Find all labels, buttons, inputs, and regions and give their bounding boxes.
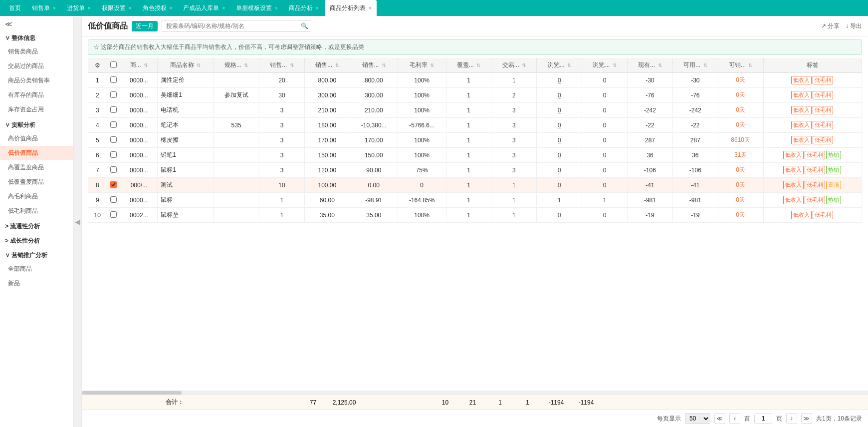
th-margin-rate[interactable]: 毛利率 ⇅: [398, 58, 446, 73]
export-button[interactable]: ↓ 导出: [846, 22, 862, 30]
table-wrap[interactable]: ⚙ 商... ⇅ 商品名称 ⇅ 规格... ⇅ 销售... ⇅ 销售... ⇅ …: [82, 58, 868, 391]
next-page-btn[interactable]: ›: [786, 413, 797, 424]
browse-link[interactable]: 0: [558, 107, 561, 114]
th-trade[interactable]: 交易... ⇅: [491, 58, 537, 73]
th-browse2[interactable]: 浏览... ⇅: [582, 58, 628, 73]
row-col7: 170.00: [350, 133, 398, 148]
sidebar-item-new-goods[interactable]: 新品: [0, 276, 73, 291]
sidebar-item-low-margin[interactable]: 低毛利商品: [0, 204, 73, 218]
row-checkbox[interactable]: [110, 166, 117, 173]
close-icon[interactable]: ×: [170, 5, 173, 11]
close-icon[interactable]: ×: [369, 5, 372, 11]
browse-link[interactable]: 0: [558, 167, 561, 174]
tag-label: 低收入: [783, 151, 804, 159]
nav-template[interactable]: 单据模板设置 ×: [231, 0, 283, 16]
browse-link[interactable]: 1: [558, 197, 561, 204]
row-col14: -242: [672, 103, 718, 118]
browse-link[interactable]: 0: [558, 212, 561, 219]
th-browse1[interactable]: 浏览... ⇅: [537, 58, 582, 73]
sidebar-item-low-coverage[interactable]: 低覆盖度商品: [0, 175, 73, 189]
sidebar-collapse-btn[interactable]: ≪: [0, 16, 73, 30]
nav-roles[interactable]: 角色授权 ×: [138, 0, 178, 16]
nav-analysis[interactable]: 商品分析 ×: [284, 0, 324, 16]
sidebar-item-stock-goods[interactable]: 有库存的商品: [0, 88, 73, 102]
row-checkbox[interactable]: [110, 196, 117, 203]
sidebar-item-traded-goods[interactable]: 交易过的商品: [0, 59, 73, 73]
row-checkbox[interactable]: [110, 121, 117, 128]
close-icon[interactable]: ×: [88, 5, 91, 11]
sidebar-group-flow[interactable]: > 流通性分析: [0, 218, 73, 233]
row-code: 0000...: [120, 193, 158, 208]
sidebar-item-all-goods[interactable]: 全部商品: [0, 262, 73, 276]
th-tags: 标签: [763, 58, 862, 73]
browse-link[interactable]: 0: [558, 137, 561, 144]
sidebar-collapse-arrow[interactable]: ◀: [74, 16, 82, 427]
th-coverage[interactable]: 覆盖... ⇅: [446, 58, 491, 73]
row-col10: 1: [491, 208, 537, 223]
tag-label: 低毛利: [805, 166, 825, 174]
nav-sales[interactable]: 销售单 ×: [27, 0, 61, 16]
browse-link[interactable]: 0: [558, 77, 561, 84]
sidebar-item-high-value[interactable]: 高价值商品: [0, 131, 73, 146]
th-sales1[interactable]: 销售... ⇅: [259, 58, 305, 73]
scrollbar-thumb[interactable]: [82, 391, 182, 395]
close-icon[interactable]: ×: [53, 5, 56, 11]
th-settings[interactable]: ⚙: [88, 58, 107, 73]
row-checkbox[interactable]: [110, 136, 117, 143]
th-sales3[interactable]: 销售... ⇅: [350, 58, 398, 73]
horizontal-scrollbar[interactable]: [82, 391, 868, 395]
sidebar-item-high-coverage[interactable]: 高覆盖度商品: [0, 160, 73, 175]
sidebar-group-growth[interactable]: > 成长性分析: [0, 233, 73, 247]
row-col14: -41: [672, 178, 718, 193]
th-spec[interactable]: 规格... ⇅: [214, 58, 259, 73]
browse-link[interactable]: 0: [558, 152, 561, 159]
sidebar-item-low-value[interactable]: 低价值商品: [0, 146, 73, 160]
time-filter-btn[interactable]: 近一月: [132, 21, 158, 31]
select-all-checkbox[interactable]: [110, 61, 117, 68]
last-page-btn[interactable]: ≫: [801, 413, 812, 424]
row-checkbox[interactable]: [110, 211, 117, 218]
nav-permissions[interactable]: 权限设置 ×: [97, 0, 137, 16]
search-icon[interactable]: 🔍: [301, 22, 308, 29]
page-size-select[interactable]: 50 100 200: [685, 413, 710, 424]
sidebar-item-category-rate[interactable]: 商品分类销售率: [0, 73, 73, 88]
th-available[interactable]: 可用... ⇅: [672, 58, 718, 73]
nav-products[interactable]: 产成品入库单 ×: [178, 0, 230, 16]
row-checkbox-cell: [107, 118, 120, 133]
table-row: 5 0000... 橡皮擦 3 170.00 170.00 100% 1 3 0…: [88, 133, 862, 148]
close-icon[interactable]: ×: [316, 5, 319, 11]
first-page-btn[interactable]: ≪: [714, 413, 725, 424]
sidebar-item-stock-capital[interactable]: 库存资金占用: [0, 102, 73, 117]
browse-link[interactable]: 0: [558, 92, 561, 99]
row-name: 电话机: [158, 103, 214, 118]
close-icon[interactable]: ×: [222, 5, 225, 11]
th-saleable[interactable]: 可销... ⇅: [718, 58, 763, 73]
close-icon[interactable]: ×: [275, 5, 278, 11]
page-suffix: 页: [776, 415, 782, 423]
nav-home[interactable]: 首页: [4, 0, 26, 16]
prev-page-btn[interactable]: ‹: [729, 413, 740, 424]
row-checkbox[interactable]: [110, 91, 117, 98]
row-checkbox-cell: [107, 148, 120, 163]
row-checkbox[interactable]: [110, 106, 117, 113]
row-col7: -98.91: [350, 193, 398, 208]
browse-link[interactable]: 0: [558, 122, 561, 129]
th-name[interactable]: 商品名称 ⇅: [158, 58, 214, 73]
search-input[interactable]: [162, 20, 311, 32]
nav-purchase[interactable]: 进货单 ×: [62, 0, 96, 16]
page-input[interactable]: [754, 414, 772, 424]
nav-analysis-list[interactable]: 商品分析列表 ×: [325, 0, 377, 16]
sidebar-item-sales-goods[interactable]: 销售类商品: [0, 44, 73, 59]
browse-link[interactable]: 0: [558, 182, 561, 189]
table-row: 2 0000... 吴细细1 参加复试 30 300.00 300.00 100…: [88, 88, 862, 103]
sidebar-item-high-margin[interactable]: 高毛利商品: [0, 189, 73, 204]
row-checkbox[interactable]: [110, 181, 117, 188]
row-checkbox[interactable]: [110, 151, 117, 158]
th-sales2[interactable]: 销售... ⇅: [304, 58, 350, 73]
share-button[interactable]: ↗ 分享: [821, 22, 840, 30]
row-checkbox[interactable]: [110, 76, 117, 83]
th-code[interactable]: 商... ⇅: [120, 58, 158, 73]
th-current-stock[interactable]: 现有... ⇅: [628, 58, 673, 73]
row-col6: 60.00: [304, 193, 350, 208]
close-icon[interactable]: ×: [129, 5, 132, 11]
